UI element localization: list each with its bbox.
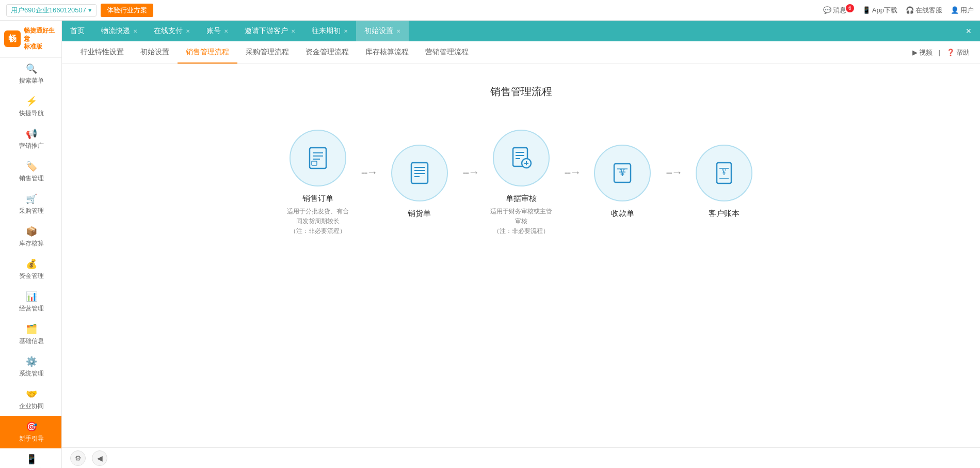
sidebar-item-search-menu[interactable]: 🔍 搜索菜单 [0,58,61,90]
sub-tab-industry[interactable]: 行业特性设置 [72,41,132,64]
sub-tab-inventory-flow[interactable]: 库存核算流程 [357,41,417,64]
settings-btn[interactable]: ⚙ [70,450,86,466]
nav-tab-logistics-close[interactable]: ✕ [133,28,137,34]
message-btn[interactable]: 💬 消息 6 [823,6,854,15]
nav-tab-account-label: 账号 [206,26,221,36]
nav-tab-past-period[interactable]: 往来期初 ✕ [303,21,356,41]
close-all-tabs[interactable]: ✕ [957,27,980,35]
flow-label-sales-order: 销售订单 [302,194,333,204]
sidebar-label-enterprise-coop: 企业协同 [19,402,44,411]
sub-tab-inventory-flow-label: 库存核算流程 [365,48,409,57]
app-center-icon: 📱 [26,454,37,465]
flow-arrow-2: - - → [463,166,478,179]
nav-tab-initial-setup-close[interactable]: ✕ [396,28,400,34]
online-service-btn[interactable]: 🎧 在线客服 [906,6,942,15]
sidebar-item-operations[interactable]: 📊 经营管理 [0,286,61,318]
headset-icon: 🎧 [906,6,914,14]
nav-tab-invite[interactable]: 邀请下游客户 ✕ [236,21,303,41]
nav-tab-logistics[interactable]: 物流快递 ✕ [93,21,146,41]
user-name-label: 用户 [960,6,974,15]
new-guide-icon: 🎯 [26,421,37,432]
collapse-btn[interactable]: ◀ [92,450,107,466]
help-icon: ❓ [946,49,955,56]
sidebar-item-app-center[interactable]: 📱 应用中心 [0,448,61,468]
sidebar-item-new-guide[interactable]: 🎯 新手引导 [0,416,61,448]
flow-circle-customer-account[interactable]: ¥ [696,145,752,201]
sub-tab-fund-flow[interactable]: 资金管理流程 [297,41,357,64]
svg-text:¥: ¥ [620,168,625,178]
content-area: 首页 物流快递 ✕ 在线支付 ✕ 账号 ✕ 邀请下游客户 ✕ 往来期初 ✕ [62,21,980,468]
finance-icon: 💰 [26,258,37,270]
sub-tab-industry-label: 行业特性设置 [81,48,124,57]
nav-tabs: 首页 物流快递 ✕ 在线支付 ✕ 账号 ✕ 邀请下游客户 ✕ 往来期初 ✕ [62,21,980,41]
video-icon: ▶ [912,49,918,56]
flow-diagram: 销售订单 适用于分批发货、有合同发货周期较长（注：非必要流程） - - → [83,119,959,247]
sub-tab-fund-flow-label: 资金管理流程 [306,48,349,57]
flow-label-sales-invoice: 销货单 [408,209,431,219]
user-select-label: 用户690企业1660120507 [11,6,86,15]
user-select-dropdown[interactable]: 用户690企业1660120507 ▾ [6,4,97,17]
sidebar-item-system[interactable]: ⚙️ 系统管理 [0,351,61,383]
sidebar-label-purchase: 采购管理 [19,207,44,215]
top-bar: 用户690企业1660120507 ▾ 体验行业方案 💬 消息 6 📱 App下… [0,0,980,21]
flow-circle-sales-order[interactable] [290,130,346,186]
svg-text:¥: ¥ [722,168,726,177]
sub-tab-initial[interactable]: 初始设置 [132,41,178,64]
nav-tab-initial-setup[interactable]: 初始设置 ✕ [356,21,409,41]
nav-tab-account[interactable]: 账号 ✕ [198,21,236,41]
sub-tabs-right: ▶ 视频 | ❓ 帮助 [912,48,970,57]
sidebar-label-basic-info: 基础信息 [19,337,44,346]
nav-tab-payment-close[interactable]: ✕ [186,28,190,34]
sub-tab-purchase-flow[interactable]: 采购管理流程 [237,41,297,64]
sidebar-item-enterprise-coop[interactable]: 🤝 企业协同 [0,383,61,416]
sidebar-label-inventory: 库存核算 [19,239,44,248]
flow-circle-doc-review[interactable] [493,130,550,186]
sidebar-label-new-guide: 新手引导 [19,434,44,443]
app-download-btn[interactable]: 📱 App下载 [862,6,897,15]
flow-step-doc-review: 单据审核 适用于财务审核或主管审核（注：非必要流程） [480,130,563,237]
sidebar-item-sales[interactable]: 🏷️ 销售管理 [0,155,61,188]
nav-tab-home[interactable]: 首页 [62,21,93,41]
sidebar-logo: 畅 畅捷通好生意标准版 [0,21,61,58]
user-avatar-btn[interactable]: 👤 用户 [951,6,974,15]
flow-arrow-4: - - → [666,166,681,179]
app-download-label: App下载 [872,6,897,15]
sidebar-item-basic-info[interactable]: 🗂️ 基础信息 [0,318,61,351]
trial-btn[interactable]: 体验行业方案 [101,4,153,17]
sidebar-label-system: 系统管理 [19,369,44,378]
flow-arrow-3: - - → [565,166,580,179]
basic-info-icon: 🗂️ [26,323,37,335]
phone-icon: 📱 [862,6,871,14]
nav-tab-invite-close[interactable]: ✕ [291,28,295,34]
purchase-icon: 🛒 [26,193,37,205]
flow-label-customer-account: 客户账本 [709,209,740,219]
nav-tab-invite-label: 邀请下游客户 [245,26,288,36]
system-icon: ⚙️ [26,356,37,367]
page-content: 销售管理流程 销售订单 适用于分批发货、有合同发货周期较长（ [62,64,980,447]
sidebar-item-finance[interactable]: 💰 资金管理 [0,253,61,286]
nav-tab-payment[interactable]: 在线支付 ✕ [146,21,198,41]
search-icon: 🔍 [26,63,37,74]
main-layout: 畅 畅捷通好生意标准版 🔍 搜索菜单 ⚡ 快捷导航 📢 营销推广 🏷️ 销售管理… [0,21,980,468]
video-help-btn[interactable]: ▶ 视频 [912,48,933,57]
flow-desc-doc-review: 适用于财务审核或主管审核（注：非必要流程） [488,207,555,237]
sidebar-label-sales: 销售管理 [19,174,44,183]
nav-tab-account-close[interactable]: ✕ [224,28,228,34]
sidebar-item-purchase[interactable]: 🛒 采购管理 [0,188,61,221]
flow-circle-sales-invoice[interactable] [391,145,448,201]
sidebar-item-marketing[interactable]: 📢 营销推广 [0,123,61,155]
sub-tab-purchase-flow-label: 采购管理流程 [246,48,289,57]
marketing-icon: 📢 [26,128,37,139]
sidebar-item-inventory[interactable]: 📦 库存核算 [0,221,61,253]
page-title: 销售管理流程 [83,85,959,99]
nav-tab-past-period-close[interactable]: ✕ [344,28,348,34]
nav-tab-logistics-label: 物流快递 [101,26,130,36]
flow-label-doc-review: 单据审核 [506,194,537,204]
flow-circle-receipt[interactable]: ¥ [594,145,651,201]
sub-tab-marketing-flow[interactable]: 营销管理流程 [417,41,477,64]
help-btn[interactable]: ❓ 帮助 [946,48,970,57]
sub-tab-sales-flow[interactable]: 销售管理流程 [178,41,237,64]
sidebar-item-quick-nav[interactable]: ⚡ 快捷导航 [0,90,61,123]
flow-step-customer-account: ¥ 客户账本 [683,145,765,222]
sidebar-label-marketing: 营销推广 [19,142,44,150]
